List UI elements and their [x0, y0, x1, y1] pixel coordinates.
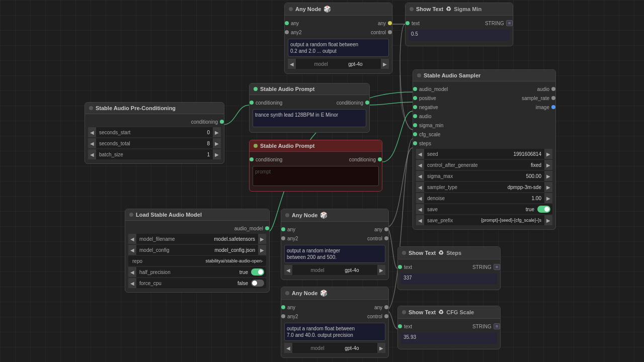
load-repo-value: stabilityai/stable-audio-open-	[205, 258, 265, 263]
show-text-cfg-body: text STRING ≡ 35.93	[398, 319, 500, 349]
any-node-1-textarea[interactable]: output a random float between0.2 and 2.0…	[288, 39, 389, 57]
load-force-cpu-toggle[interactable]	[251, 280, 264, 287]
any-node-1-model-prev[interactable]: ◀	[288, 59, 296, 69]
sampler-widget-denoise: ◀ denoise 1.00 ▶	[416, 193, 552, 203]
any-node-2-model-next[interactable]: ▶	[377, 265, 385, 275]
sampler-sigma-max-prev[interactable]: ◀	[416, 171, 424, 181]
sampler-positive-dot	[413, 96, 417, 100]
show-text-steps: Show Text ♻ Steps text STRING ≡ 337	[397, 246, 501, 290]
any-node-1-port-any2: any2 control	[285, 28, 392, 37]
show-text-sigma-min-port-label: text	[412, 21, 420, 26]
pre-seconds-total-next[interactable]: ▶	[213, 138, 221, 148]
any-node-1-port-any2-label: any2	[291, 30, 302, 35]
prompt-2-port-cond: conditioning conditioning	[250, 155, 382, 164]
any-node-1-port-control-label: control	[371, 30, 386, 35]
any-node-3-model-value: gpt-4o	[343, 345, 361, 351]
pre-batch-size-next[interactable]: ▶	[213, 149, 221, 159]
sampler-save-prefix-next[interactable]: ▶	[544, 215, 552, 225]
stable-audio-prompt-2-header: Stable Audio Prompt	[250, 140, 382, 152]
sampler-negative-label: negative	[419, 105, 438, 110]
sampler-audio-dot	[413, 114, 417, 118]
stable-audio-sampler-dot	[417, 73, 421, 77]
sampler-control-after-label: control_after_generate	[425, 162, 530, 168]
sampler-sigma-max-label: sigma_max	[425, 173, 525, 179]
any-node-2-port-any2-label: any2	[287, 236, 298, 241]
show-text-steps-header: Show Text ♻ Steps	[398, 247, 500, 259]
show-text-cfg-port-label: text	[404, 324, 412, 329]
load-model-config-prev[interactable]: ◀	[128, 245, 136, 255]
stable-audio-prompt-1-textarea[interactable]: trance synth lead 128BPM in E Minor	[253, 109, 366, 127]
sampler-control-after-prev[interactable]: ◀	[416, 160, 424, 170]
sampler-type-prev[interactable]: ◀	[416, 182, 424, 192]
pre-batch-size-value: 1	[207, 152, 212, 157]
any-node-3-textarea[interactable]: output a random float between7.0 and 40.…	[284, 323, 385, 341]
any-node-3-model-next[interactable]: ▶	[377, 343, 385, 353]
pre-seconds-start-value: 0	[207, 130, 212, 135]
any-node-1-model-label: model	[312, 61, 330, 67]
any-node-1-model-next[interactable]: ▶	[381, 59, 389, 69]
any-node-3-port-control-dot	[384, 314, 388, 318]
sampler-audio-right-dot	[551, 87, 555, 91]
sampler-save-prev[interactable]: ◀	[416, 204, 424, 214]
sampler-control-after-next[interactable]: ▶	[544, 160, 552, 170]
any-node-2-emoji: 🎲	[320, 212, 328, 219]
prompt-2-cond-left-label: conditioning	[256, 157, 282, 162]
load-model-config-next[interactable]: ▶	[258, 245, 266, 255]
load-model-filename-value: model.safetensors	[214, 236, 257, 242]
pre-seconds-total-label: seconds_total	[97, 141, 206, 146]
any-node-2-body: any any any2 control output a random int…	[281, 222, 388, 280]
pre-seconds-start-prev[interactable]: ◀	[88, 127, 96, 137]
sampler-save-toggle[interactable]	[537, 206, 550, 213]
sampler-sigma-max-next[interactable]: ▶	[544, 171, 552, 181]
load-widget-repo: repo stabilityai/stable-audio-open-	[128, 256, 266, 266]
load-stable-audio-body: audio_model ◀ model_filename model.safet…	[125, 221, 269, 292]
load-stable-audio-model: Load Stable Audio Model audio_model ◀ mo…	[125, 209, 270, 293]
any-node-2-model-prev[interactable]: ◀	[284, 265, 292, 275]
sampler-save-prefix-prev[interactable]: ◀	[416, 215, 424, 225]
any-node-1-title: Any Node	[295, 6, 321, 12]
pre-seconds-total-value: 8	[207, 141, 212, 146]
sampler-cfg-scale-label: cfg_scale	[419, 132, 440, 137]
sampler-audio-label: audio	[419, 114, 431, 119]
show-text-steps-port-label: text	[404, 264, 412, 270]
pre-conditioning-label: conditioning	[191, 119, 218, 125]
pre-seconds-start-next[interactable]: ▶	[213, 127, 221, 137]
load-model-filename-next[interactable]: ▶	[258, 234, 266, 244]
stable-audio-pre-conditioning: Stable Audio Pre-Conditioning conditioni…	[85, 102, 224, 164]
sampler-seed-prev[interactable]: ◀	[416, 149, 424, 159]
any-node-2-textarea[interactable]: output a random integerbetween 200 and 5…	[284, 245, 385, 263]
sampler-image-label: image	[536, 105, 549, 110]
show-text-steps-dot	[402, 251, 406, 255]
show-text-cfg-value: 35.93	[401, 333, 497, 344]
show-text-sigma-min-subtitle: Sigma Min	[454, 6, 481, 12]
show-text-steps-port-dot	[398, 265, 402, 269]
load-model-filename-prev[interactable]: ◀	[128, 234, 136, 244]
load-half-precision-toggle[interactable]	[251, 268, 264, 276]
prompt-1-cond-right-dot	[365, 101, 369, 105]
show-text-cfg-scale: Show Text ♻ CFG Scale text STRING ≡ 35.9…	[397, 306, 501, 349]
sampler-audio-model-dot	[413, 87, 417, 91]
load-widget-half-precision: ◀ half_precision true	[128, 267, 266, 277]
sampler-denoise-label: denoise	[425, 196, 531, 201]
sampler-denoise-next[interactable]: ▶	[544, 193, 552, 203]
sampler-port-steps: steps	[413, 139, 555, 148]
sampler-widget-control-after: ◀ control_after_generate fixed ▶	[416, 160, 552, 170]
stable-audio-prompt-2-textarea[interactable]: prompt	[253, 166, 379, 186]
sampler-denoise-prev[interactable]: ◀	[416, 193, 424, 203]
any-node-3-model-prev[interactable]: ◀	[284, 343, 292, 353]
any-node-2-header: Any Node 🎲	[281, 209, 388, 222]
load-half-precision-label: half_precision	[137, 269, 238, 275]
load-half-precision-prev[interactable]: ◀	[128, 267, 136, 277]
sampler-seed-label: seed	[425, 151, 512, 157]
pre-batch-size-prev[interactable]: ◀	[88, 149, 96, 159]
any-node-1-port-any-label: any	[291, 21, 299, 26]
pre-seconds-start-label: seconds_start	[97, 130, 206, 135]
any-node-1-model-value: gpt-4o	[346, 61, 364, 67]
sampler-sample-rate-dot	[551, 96, 555, 100]
any-node-2-status-dot	[285, 213, 289, 217]
sampler-type-next[interactable]: ▶	[544, 182, 552, 192]
pre-seconds-total-prev[interactable]: ◀	[88, 138, 96, 148]
any-node-3-title: Any Node	[292, 290, 317, 296]
sampler-seed-next[interactable]: ▶	[544, 149, 552, 159]
load-force-cpu-prev[interactable]: ◀	[128, 278, 136, 288]
